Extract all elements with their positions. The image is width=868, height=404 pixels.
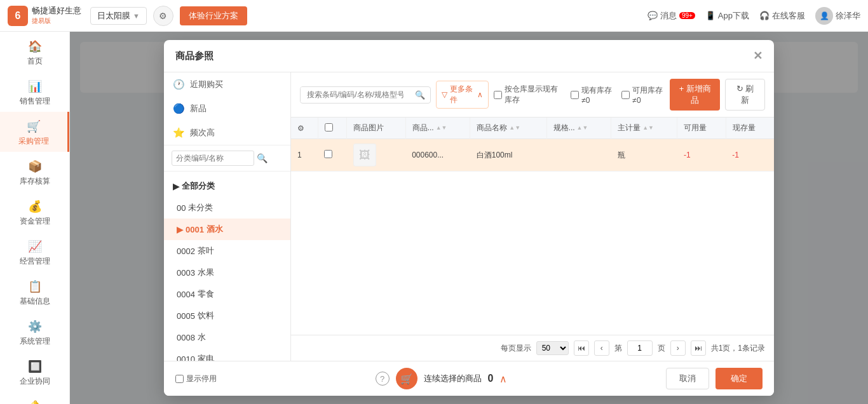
- settings-icon[interactable]: ⚙: [153, 6, 173, 26]
- sidebar-item-enterprise[interactable]: 🔲 企业协同: [0, 352, 69, 392]
- check-available-stock[interactable]: 可用库存≠0: [621, 85, 665, 105]
- store-name: 日太阳膜: [97, 10, 130, 22]
- check-warehouse-stock[interactable]: 按仓库显示现有库存: [494, 84, 563, 105]
- message-icon: 💬: [648, 11, 658, 20]
- row-stock: -1: [726, 139, 774, 172]
- username: 徐泽华: [836, 10, 860, 22]
- row-checkbox[interactable]: [324, 150, 332, 158]
- table-row[interactable]: 1 🖼 000600...: [291, 139, 774, 172]
- help-button[interactable]: ?: [376, 372, 390, 386]
- collapse-cart-icon[interactable]: ∧: [499, 373, 507, 385]
- category-search-input[interactable]: [172, 151, 254, 166]
- th-name[interactable]: 商品名称 ▲▼: [470, 118, 546, 139]
- first-page-button[interactable]: ⏮: [574, 340, 589, 356]
- show-disabled-checkbox[interactable]: 显示停用: [175, 374, 217, 384]
- th-unit[interactable]: 主计量 ▲▼: [611, 118, 677, 139]
- row-image: 🖼: [347, 139, 405, 172]
- th-spec[interactable]: 规格... ▲▼: [546, 118, 611, 139]
- product-lookup-modal: 商品参照 ✕ 🕐 近期购买 🔵: [164, 40, 774, 396]
- show-disabled-input[interactable]: [175, 375, 184, 383]
- cat-item-0001[interactable]: ▶ 0001 酒水: [164, 219, 290, 240]
- message-nav-item[interactable]: 💬 消息 99+: [648, 10, 695, 22]
- select-all-checkbox[interactable]: [325, 123, 333, 131]
- sidebar-item-home[interactable]: 🏠 首页: [0, 32, 69, 72]
- sidebar-item-sales[interactable]: 📊 销售管理: [0, 72, 69, 112]
- store-selector[interactable]: 日太阳膜 ▼: [90, 7, 147, 25]
- check-current-input[interactable]: [571, 91, 579, 99]
- guide-icon: 🔔: [28, 400, 42, 404]
- confirm-button[interactable]: 确定: [715, 368, 763, 389]
- service-nav-item[interactable]: 🎧 在线客服: [759, 10, 805, 22]
- product-search-icon[interactable]: 🔍: [410, 87, 430, 103]
- sidebar-item-purchase[interactable]: 🛒 采购管理: [0, 112, 69, 152]
- tab-new-label: 新品: [190, 103, 207, 114]
- sidebar-item-inventory[interactable]: 📦 库存核算: [0, 152, 69, 192]
- product-table: ⚙ 商品图片 商品... ▲▼: [291, 118, 774, 172]
- next-page-button[interactable]: ›: [670, 340, 686, 356]
- cart-icon-button[interactable]: 🛒: [396, 368, 417, 389]
- filter-icon: ▽: [442, 90, 447, 99]
- cat-item-0002[interactable]: 0002 茶叶: [164, 240, 290, 262]
- sidebar-item-guide[interactable]: 🔔 新手引导: [0, 392, 69, 404]
- sidebar-item-operations[interactable]: 📈 经营管理: [0, 232, 69, 272]
- product-table-container: ⚙ 商品图片 商品... ▲▼: [291, 118, 774, 335]
- main-content: 商品参照 ✕ 🕐 近期购买 🔵: [70, 32, 868, 404]
- tab-recent-purchase[interactable]: 🕐 近期购买: [164, 72, 290, 97]
- cat-item-0008[interactable]: 0008 水: [164, 327, 290, 348]
- cat-item-0003[interactable]: 0003 水果: [164, 262, 290, 283]
- th-settings[interactable]: ⚙: [291, 118, 318, 139]
- row-name: 白酒100ml: [470, 139, 546, 172]
- cat-all-arrow: ▶: [173, 182, 179, 191]
- filter-label: 更多条件: [450, 84, 475, 105]
- product-search-input[interactable]: [301, 87, 410, 102]
- trial-button[interactable]: 体验行业方案: [180, 6, 247, 25]
- add-product-button[interactable]: + 新增商品: [670, 79, 720, 111]
- cat-0001-name: 酒水: [207, 224, 223, 235]
- sidebar-item-system[interactable]: ⚙️ 系统管理: [0, 312, 69, 352]
- inventory-icon: 📦: [28, 159, 42, 173]
- cat-item-00[interactable]: 00 未分类: [164, 197, 290, 219]
- last-page-button[interactable]: ⏭: [691, 340, 706, 356]
- enterprise-icon: 🔲: [28, 360, 42, 374]
- more-filter-button[interactable]: ▽ 更多条件 ∧: [436, 81, 489, 109]
- cancel-button[interactable]: 取消: [666, 368, 709, 389]
- th-available: 可用量: [677, 118, 726, 139]
- refresh-button[interactable]: ↻ 刷新: [725, 79, 765, 111]
- tab-new-product[interactable]: 🔵 新品: [164, 97, 290, 121]
- product-search-bar: 🔍: [300, 86, 431, 104]
- check-available-input[interactable]: [621, 91, 630, 99]
- modal-title: 商品参照: [175, 50, 214, 62]
- headset-icon: 🎧: [759, 11, 770, 20]
- row-check[interactable]: [318, 139, 347, 172]
- modal-overlay: 商品参照 ✕ 🕐 近期购买 🔵: [70, 32, 868, 404]
- tab-frequent[interactable]: ⭐ 频次高: [164, 121, 290, 145]
- finance-icon: 💰: [28, 199, 42, 213]
- cat-item-all[interactable]: ▶ 全部分类: [164, 175, 290, 197]
- cat-item-0010[interactable]: 0010 家电: [164, 348, 290, 361]
- row-spec: [546, 139, 611, 172]
- logo-title: 畅捷通好生意: [32, 6, 81, 17]
- info-icon: 📋: [28, 279, 42, 293]
- sort-arrows-name: ▲▼: [509, 126, 520, 130]
- cat-item-0004[interactable]: 0004 零食: [164, 283, 290, 305]
- check-warehouse-input[interactable]: [494, 91, 502, 99]
- prev-page-button[interactable]: ‹: [594, 340, 609, 356]
- category-search-icon[interactable]: 🔍: [257, 153, 268, 163]
- check-current-stock[interactable]: 现有库存≠0: [571, 85, 614, 105]
- tab-recent-label: 近期购买: [190, 79, 223, 90]
- panel-collapse-button[interactable]: 《: [290, 204, 291, 229]
- home-icon: 🏠: [28, 39, 42, 53]
- cat-item-0005[interactable]: 0005 饮料: [164, 305, 290, 327]
- page-number-input[interactable]: [627, 340, 653, 356]
- sort-arrows-unit: ▲▼: [642, 126, 654, 130]
- user-nav-item[interactable]: 👤 徐泽华: [815, 7, 860, 25]
- sidebar-label-inventory: 库存核算: [20, 176, 50, 187]
- sidebar-item-basic-info[interactable]: 📋 基础信息: [0, 272, 69, 312]
- sidebar-item-finance[interactable]: 💰 资金管理: [0, 192, 69, 232]
- app-download-nav-item[interactable]: 📱 App下载: [705, 10, 749, 22]
- modal-close-button[interactable]: ✕: [753, 49, 763, 63]
- page-size-select[interactable]: 50 100 200: [536, 341, 569, 355]
- th-code[interactable]: 商品... ▲▼: [405, 118, 470, 139]
- mobile-icon: 📱: [705, 11, 715, 20]
- sidebar: 🏠 首页 📊 销售管理 🛒 采购管理 📦 库存核算 💰 资金管理 📈 经营管理 …: [0, 32, 70, 404]
